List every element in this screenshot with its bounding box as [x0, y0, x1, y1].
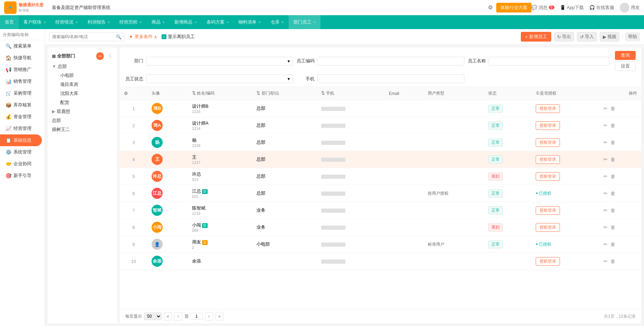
close-icon[interactable]: ×: [44, 20, 46, 24]
edit-icon[interactable]: ✏: [604, 224, 608, 230]
help-button[interactable]: 帮助: [625, 32, 640, 41]
phone-input[interactable]: [317, 74, 464, 83]
edit-icon[interactable]: ✏: [604, 106, 608, 111]
col-dept[interactable]: ⇅ 部门/职位: [252, 87, 317, 100]
dept-select[interactable]: ▾: [146, 57, 293, 65]
delete-icon[interactable]: 🗑: [610, 106, 615, 111]
trial-button[interactable]: 体验行业方案: [496, 3, 532, 12]
dept-all-label[interactable]: ⊞ 全部部门: [52, 53, 75, 59]
edit-icon[interactable]: ✏: [604, 241, 608, 247]
tab-warehouse[interactable]: 仓库×: [266, 15, 289, 29]
delete-icon[interactable]: 🗑: [610, 140, 615, 145]
prev-page-button[interactable]: ‹: [174, 312, 182, 320]
gear-icon[interactable]: ⚙: [488, 4, 493, 11]
tab-home[interactable]: 首页: [0, 15, 19, 29]
delete-icon[interactable]: 🗑: [610, 174, 615, 179]
emp-code-input[interactable]: [317, 57, 464, 65]
delete-icon[interactable]: 🗑: [610, 241, 615, 247]
dept-node-small-elec[interactable]: 小电部: [56, 71, 117, 80]
edit-icon[interactable]: ✏: [604, 157, 608, 162]
close-icon[interactable]: ×: [108, 20, 110, 24]
next-page-button[interactable]: ›: [205, 312, 213, 320]
sidebar-item-sales[interactable]: 📊 销售管理: [0, 76, 45, 87]
edit-icon[interactable]: ✏: [604, 191, 608, 196]
close-icon[interactable]: ×: [227, 20, 229, 24]
dept-add-button[interactable]: ✏: [96, 52, 104, 60]
sidebar-search-input[interactable]: [3, 32, 45, 37]
tab-profit[interactable]: 利润报告×: [83, 15, 115, 29]
import-button[interactable]: ↺ 导入: [577, 32, 597, 42]
delete-icon[interactable]: 🗑: [610, 123, 615, 128]
auth-button[interactable]: 授权登录: [536, 138, 560, 147]
dept-node-chashuwang[interactable]: 插树王二: [48, 125, 117, 134]
sidebar-item-system[interactable]: ⚙️ 系统管理: [0, 146, 45, 158]
dept-node-delivery[interactable]: 配货: [56, 98, 117, 107]
sidebar-item-finance[interactable]: 💰 资金管理: [0, 111, 45, 123]
tab-customer[interactable]: 客户联络×: [19, 15, 51, 29]
tab-add-goods[interactable]: 新增商品×: [170, 15, 201, 29]
dept-node-zongbu[interactable]: 总部: [48, 116, 117, 125]
auth-button[interactable]: 授权登录: [536, 257, 560, 266]
sidebar-item-purchase[interactable]: 🛒 采购管理: [0, 87, 45, 99]
edit-icon[interactable]: ✏: [604, 208, 608, 213]
first-page-button[interactable]: «: [164, 312, 172, 320]
close-icon[interactable]: ×: [314, 20, 316, 24]
add-employee-button[interactable]: + 新增员工: [521, 32, 551, 42]
close-icon[interactable]: ×: [282, 20, 284, 24]
search-input-wrap[interactable]: 🔍: [49, 33, 125, 41]
page-size-select[interactable]: 50 100: [144, 312, 162, 320]
dept-node-shenyang[interactable]: 沈阳大库: [56, 89, 117, 98]
edit-icon[interactable]: ✏: [604, 123, 608, 128]
auth-button[interactable]: 授权登录: [536, 121, 560, 130]
tab-goods[interactable]: 商品×: [147, 15, 170, 29]
close-icon[interactable]: ×: [75, 20, 78, 24]
col-settings[interactable]: ⚙: [120, 87, 147, 100]
sidebar-item-search[interactable]: 🔍 搜索菜单: [0, 40, 45, 52]
col-name[interactable]: ⇅ 姓名/编码: [188, 87, 253, 100]
sidebar-item-guide[interactable]: 🎯 新手引导: [0, 170, 45, 182]
app-download-button[interactable]: 📱 App下载: [560, 5, 584, 11]
tab-employees[interactable]: 部门员工×: [289, 15, 320, 29]
delete-icon[interactable]: 🗑: [610, 157, 615, 162]
edit-icon[interactable]: ✏: [604, 174, 608, 179]
export-button[interactable]: ↻ 导出: [554, 32, 574, 42]
close-icon[interactable]: ×: [139, 20, 142, 24]
user-area[interactable]: 用友: [620, 3, 640, 12]
delete-icon[interactable]: 🗑: [610, 191, 615, 196]
more-filter-button[interactable]: ▼ 更多条件 ∧: [129, 34, 157, 40]
sidebar-item-operation[interactable]: 📈 经营管理: [0, 123, 45, 134]
sidebar-search[interactable]: 🔍: [0, 29, 45, 40]
edit-icon[interactable]: ✏: [604, 258, 608, 264]
sidebar-item-collab[interactable]: 🤝 企业协同: [0, 158, 45, 170]
delete-icon[interactable]: 🗑: [610, 208, 615, 213]
online-service-button[interactable]: 🎧 在线客服: [589, 5, 614, 11]
delete-icon[interactable]: 🗑: [610, 224, 615, 230]
auth-button[interactable]: 授权登录: [536, 206, 560, 215]
tab-history[interactable]: 经营历程×: [115, 15, 146, 29]
emp-name-input[interactable]: [489, 57, 609, 65]
sidebar-item-marketing[interactable]: 📢 营销推广: [0, 64, 45, 76]
delete-icon[interactable]: 🗑: [610, 258, 615, 264]
emp-status-select[interactable]: ▾: [146, 74, 293, 83]
dept-node-shuanglu[interactable]: ▶双鹿想: [48, 107, 117, 116]
sidebar-item-inventory[interactable]: 📦 库存核算: [0, 99, 45, 111]
last-page-button[interactable]: »: [215, 312, 224, 320]
show-resigned-toggle[interactable]: ✓ 显示离职员工: [162, 34, 195, 40]
edit-icon[interactable]: ✏: [604, 140, 608, 145]
search-input[interactable]: [52, 34, 115, 39]
sidebar-item-basic[interactable]: 📋 基础信息: [0, 134, 42, 146]
close-icon[interactable]: ×: [258, 20, 261, 24]
dept-node-headquarter[interactable]: ▼总部: [48, 62, 117, 71]
auth-button[interactable]: 授权登录: [536, 223, 560, 232]
auth-button[interactable]: 授权登录: [536, 104, 560, 113]
reset-button[interactable]: 设置: [615, 61, 636, 71]
tab-bom[interactable]: 物料清单×: [234, 15, 265, 29]
auth-button[interactable]: 授权登录: [536, 155, 560, 164]
page-number-input[interactable]: [190, 313, 203, 320]
auth-button[interactable]: 授权登录: [536, 172, 560, 181]
query-button[interactable]: 查询: [615, 51, 636, 60]
close-icon[interactable]: ×: [163, 20, 165, 24]
sidebar-item-nav[interactable]: 🏠 快捷导航: [0, 52, 45, 64]
message-button[interactable]: 💬 消息 6: [532, 5, 554, 11]
view-button[interactable]: ▶ 视频: [600, 32, 619, 42]
